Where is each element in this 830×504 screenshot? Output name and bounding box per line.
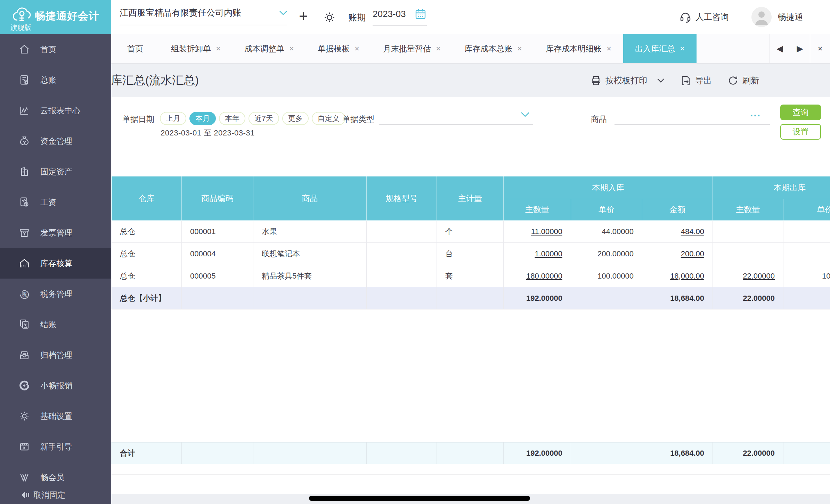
sidebar-item-invoice[interactable]: 发票管理 <box>0 217 111 248</box>
table-row[interactable]: 总仓 000005 精品茶具5件套 套 180.00000 100.00000 … <box>112 265 830 287</box>
close-tab-icon[interactable]: × <box>517 44 522 53</box>
qty-in-link[interactable]: 1.00000 <box>535 249 562 258</box>
pill-this-year[interactable]: 本年 <box>219 112 245 125</box>
topbar: 江西服宝精品有限责任公司内账 + 账期 2023-03 人工咨询 <box>111 0 830 34</box>
export-button[interactable]: 导出 <box>680 75 712 86</box>
add-button[interactable]: + <box>299 8 308 24</box>
tabs-close-all-icon[interactable]: × <box>810 34 830 63</box>
doc-type-select[interactable] <box>379 111 533 125</box>
product-input[interactable] <box>615 111 770 125</box>
pill-custom[interactable]: 自定义 <box>312 112 345 125</box>
date-range-text: 2023-03-01 至 2023-03-31 <box>161 128 255 138</box>
col-in-amount: 金额 <box>642 199 713 221</box>
sidebar-item-archive[interactable]: 归档管理 <box>0 340 111 370</box>
col-in-qty: 主数量 <box>504 199 571 221</box>
query-button[interactable]: 查询 <box>780 105 821 120</box>
cloud-report-icon <box>18 104 31 117</box>
product-picker-ellipsis[interactable]: ... <box>750 107 761 119</box>
refresh-button[interactable]: 刷新 <box>727 75 759 86</box>
brand-cloud-icon <box>11 4 33 26</box>
subtotal-row: 总仓【小计】 192.00000 18,684.00 22.00000 <box>112 287 830 309</box>
sidebar-item-fixed-assets[interactable]: 固定资产 <box>0 156 111 187</box>
total-row: 合计 192.00000 18,684.00 22.00000 <box>111 442 830 464</box>
pill-last-7-days[interactable]: 近7天 <box>249 112 279 125</box>
print-by-template-button[interactable]: 按模板打印 <box>590 75 665 86</box>
table-row[interactable]: 总仓 000001 水果 个 11.00000 44.00000 484.00 <box>112 221 830 243</box>
sidebar-item-settings[interactable]: 基础设置 <box>0 401 111 431</box>
settings-button[interactable]: 设置 <box>780 124 821 140</box>
fixed-assets-icon <box>18 165 31 178</box>
period-label: 账期 <box>348 12 366 23</box>
date-range-pills: 上月 本月 本年 近7天 更多 自定义 <box>160 112 345 125</box>
username[interactable]: 畅捷通 <box>778 11 803 23</box>
qty-in-link[interactable]: 11.00000 <box>531 227 562 236</box>
close-tab-icon[interactable]: × <box>680 44 685 53</box>
tab-month-end-estimate[interactable]: 月末批量暂估× <box>371 34 453 63</box>
title-row: 出入库汇总(流水汇总) 按模板打印 导出 <box>111 64 830 97</box>
sidebar-item-member[interactable]: 畅会员 <box>0 462 111 486</box>
sidebar-item-reimburse[interactable]: 小畅报销 <box>0 370 111 401</box>
col-out-price: 单价 <box>783 199 830 221</box>
close-tab-icon[interactable]: × <box>216 44 221 53</box>
qty-out-link[interactable]: 22.00000 <box>743 272 775 280</box>
doc-date-label: 单据日期 <box>122 114 154 125</box>
qty-in-link[interactable]: 180.00000 <box>526 272 562 280</box>
amount-in-link[interactable]: 18,000.00 <box>670 272 704 280</box>
refresh-icon <box>727 75 739 86</box>
general-ledger-icon <box>18 74 31 86</box>
period-picker[interactable]: 2023-03 <box>373 8 427 26</box>
home-icon <box>18 43 31 56</box>
sidebar-item-inventory[interactable]: 库存核算 <box>0 248 111 279</box>
close-tab-icon[interactable]: × <box>607 44 611 53</box>
tab-doc-template[interactable]: 单据模板× <box>306 34 371 63</box>
close-tab-icon[interactable]: × <box>436 44 441 53</box>
brand-edition: 旗舰版 <box>10 23 31 32</box>
pill-this-month[interactable]: 本月 <box>189 112 216 125</box>
period-value: 2023-03 <box>373 9 406 19</box>
table-row[interactable]: 总仓 000004 联想笔记本 台 1.00000 200.00000 200.… <box>112 243 830 265</box>
export-icon <box>680 75 692 86</box>
tabs-scroll-left-icon[interactable]: ◀ <box>770 34 790 63</box>
sidebar-item-tax[interactable]: 税 税务管理 <box>0 279 111 309</box>
tab-inventory-general-ledger[interactable]: 库存成本总账× <box>453 34 534 63</box>
tab-in-out-summary[interactable]: 出入库汇总× <box>623 34 697 63</box>
sidebar-item-closing[interactable]: 结账 <box>0 309 111 340</box>
sidebar-item-general-ledger[interactable]: 总账 <box>0 65 111 95</box>
amount-in-link[interactable]: 484.00 <box>681 227 704 236</box>
col-spec: 规格型号 <box>367 176 437 221</box>
sidebar-item-funds[interactable]: 资金管理 <box>0 126 111 156</box>
brand-title: 畅捷通好会计 <box>35 9 99 23</box>
chevron-down-icon <box>279 11 287 15</box>
tab-home[interactable]: 首页 <box>111 34 159 63</box>
divider <box>740 9 740 25</box>
closing-icon <box>18 318 31 331</box>
unpin-sidebar-button[interactable]: 取消固定 <box>0 486 111 504</box>
doc-type-label: 单据类型 <box>342 114 374 125</box>
sidebar-item-cloud-report[interactable]: 云报表中心 <box>0 95 111 126</box>
app-logo: 畅捷通好会计 旗舰版 <box>0 0 111 34</box>
date-separator: 至 <box>204 129 212 137</box>
tab-cost-adjust[interactable]: 成本调整单× <box>233 34 306 63</box>
close-tab-icon[interactable]: × <box>289 44 294 53</box>
archive-icon <box>18 349 31 361</box>
gear-icon[interactable] <box>323 10 336 24</box>
horizontal-scrollbar-thumb[interactable] <box>309 496 530 501</box>
pill-more[interactable]: 更多 <box>282 112 309 125</box>
sidebar-item-home[interactable]: 首页 <box>0 34 111 65</box>
reimburse-icon <box>18 379 31 392</box>
sidebar-nav: 首页 总账 云报表中心 资金管理 固定资产 工资 发票管理 库存核算 <box>0 34 111 486</box>
tab-inventory-detail-ledger[interactable]: 库存成本明细账× <box>534 34 623 63</box>
tab-assembly[interactable]: 组装拆卸单× <box>159 34 233 63</box>
tabs-scroll-right-icon[interactable]: ▶ <box>790 34 810 63</box>
avatar[interactable] <box>751 7 772 27</box>
close-tab-icon[interactable]: × <box>355 44 359 53</box>
support-link[interactable]: 人工咨询 <box>679 10 729 24</box>
sidebar-item-salary[interactable]: 工资 <box>0 187 111 217</box>
company-selector[interactable]: 江西服宝精品有限责任公司内账 <box>120 7 287 25</box>
pill-last-month[interactable]: 上月 <box>160 112 186 125</box>
sidebar-item-guide[interactable]: 新手引导 <box>0 431 111 462</box>
total-label: 合计 <box>112 443 182 464</box>
amount-in-link[interactable]: 200.00 <box>681 249 704 258</box>
horizontal-scrollbar-track[interactable] <box>111 494 830 504</box>
date-from: 2023-03-01 <box>161 129 202 137</box>
